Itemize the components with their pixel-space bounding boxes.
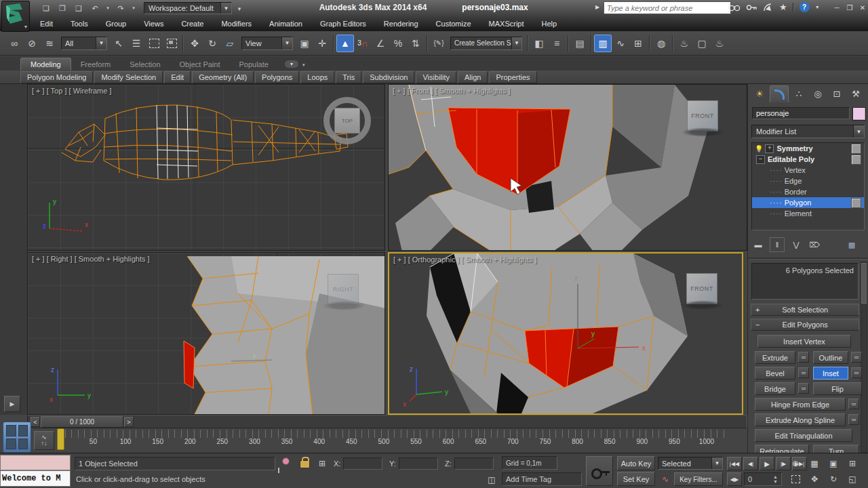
inset-button[interactable]: Inset (813, 367, 848, 380)
key-mode-toggle-button[interactable]: ◀▶ (727, 472, 742, 486)
set-key-button[interactable]: Set Key (617, 472, 655, 486)
window-crossing-icon[interactable] (163, 34, 180, 53)
viewport-layout-tabs-button[interactable] (3, 422, 31, 453)
ribbon-panel-button[interactable]: Properties (489, 71, 536, 83)
expand-panel-button[interactable]: ▶ (4, 396, 20, 412)
viewport-top-label[interactable]: [ + ] [ Top ] [ Wireframe ] (32, 87, 111, 95)
open-file-icon[interactable]: ❐ (56, 1, 69, 15)
viewcube-orthographic[interactable]: FRONT (686, 274, 717, 304)
create-tab[interactable]: ☀ (751, 86, 768, 102)
spinner-snap-icon[interactable]: ⇅ (407, 34, 425, 53)
align-icon[interactable]: ≡ (548, 34, 566, 53)
menu-item[interactable]: MAXScript (480, 16, 533, 31)
pan-hand-icon[interactable]: ✥ (806, 472, 823, 486)
use-pivot-center-icon[interactable]: ▣ (296, 34, 313, 53)
previous-frame-button[interactable]: ◀| (743, 457, 758, 470)
hierarchy-tab[interactable]: ∴ (790, 86, 808, 102)
lightbulb-icon[interactable]: 💡 (755, 145, 763, 152)
restore-button[interactable]: ❐ (844, 3, 855, 12)
auto-key-button[interactable]: Auto Key (617, 456, 655, 470)
curve-editor-icon[interactable]: ∿ (612, 34, 629, 53)
viewport-right[interactable]: y [ + ] [ Right ] [ Smooth + Highlights … (27, 252, 385, 415)
selection-lock-toggle-icon[interactable] (300, 460, 310, 468)
zoom-icon[interactable]: ⊕ (787, 457, 804, 470)
menu-item[interactable]: Group (97, 16, 136, 31)
ribbon-panel-button[interactable]: Subdivision (363, 71, 414, 83)
unlink-selection-icon[interactable]: ⊘ (23, 34, 41, 53)
frame-spinner[interactable]: ▲▼ (773, 474, 778, 484)
zoom-region-icon[interactable] (787, 472, 804, 486)
play-button[interactable]: ▶ (760, 457, 774, 470)
viewcube-right[interactable]: RIGHT (328, 274, 359, 304)
stack-subitem-element[interactable]: ····Element (752, 208, 864, 219)
stack-item-symmetry[interactable]: 💡 + Symmetry (752, 143, 864, 154)
ribbon-panel-button[interactable]: Polygons (255, 71, 299, 83)
motion-tab[interactable]: ◎ (809, 86, 827, 102)
display-tab[interactable]: ⊡ (828, 86, 846, 102)
remove-modifier-icon[interactable]: ⌦ (808, 238, 821, 251)
angle-snap-icon[interactable]: ∠ (372, 34, 389, 53)
show-end-result-icon[interactable]: ‖ (770, 237, 785, 252)
ribbon-panel-button[interactable]: Geometry (All) (192, 71, 254, 83)
bridge-settings-button[interactable]: ▭ (798, 383, 809, 394)
ribbon-panel-button[interactable]: Polygon Modeling (20, 71, 93, 83)
modifier-list-dropdown[interactable]: Modifier List ▼ (751, 125, 865, 138)
x-coord-field[interactable] (343, 458, 382, 470)
macro-recorder-pane[interactable] (0, 455, 71, 470)
outline-button[interactable]: Outline (813, 351, 848, 364)
menu-item[interactable]: Animation (260, 16, 311, 31)
ribbon-tab-freeform[interactable]: Freeform (71, 58, 121, 70)
ribbon-tab-selection[interactable]: Selection (120, 58, 170, 70)
layer-manager-icon[interactable]: ▤ (571, 34, 589, 53)
extrude-along-spline-button[interactable]: Extrude Along Spline (755, 413, 846, 426)
rectangular-selection-region-icon[interactable] (145, 34, 163, 53)
help-icon[interactable]: ? (800, 2, 810, 12)
extrude-button[interactable]: Extrude (755, 351, 795, 364)
select-and-link-icon[interactable]: ∞ (5, 34, 23, 53)
undo-dropdown-icon[interactable]: ▾ (104, 1, 111, 15)
extrude-spline-settings-button[interactable]: ▭ (848, 414, 859, 425)
edit-polygons-rollout[interactable]: −Edit Polygons (751, 319, 859, 331)
select-object-icon[interactable]: ↖ (110, 34, 127, 53)
symmetry-enable-box[interactable] (851, 144, 861, 154)
add-time-tag-field[interactable]: Add Time Tag (502, 472, 582, 486)
menu-item[interactable]: Rendering (375, 16, 427, 31)
communication-center-icon[interactable] (763, 3, 774, 12)
z-coord-field[interactable] (454, 458, 494, 470)
bevel-settings-button[interactable]: ▭ (798, 367, 809, 378)
edit-named-sets-icon[interactable]: {✎} (430, 34, 448, 53)
time-slider-handle[interactable]: 0 / 1000 (41, 416, 123, 428)
ribbon-tab-populate[interactable]: Populate (229, 58, 277, 70)
current-frame-field[interactable]: 0 ▲▼ (744, 472, 782, 486)
menu-item[interactable]: Help (533, 16, 566, 31)
time-slider-track[interactable]: < 0 / 1000 > (27, 415, 747, 428)
minimize-button[interactable]: ─ (831, 3, 842, 12)
mini-listener[interactable]: Welcome to M (0, 470, 71, 487)
set-keys-button[interactable] (586, 456, 613, 486)
workspace-flyout-icon[interactable]: ▼ (235, 2, 244, 16)
modify-tab[interactable] (770, 85, 789, 102)
rendered-frame-window-icon[interactable]: ▢ (693, 34, 711, 53)
mirror-icon[interactable]: ◧ (530, 34, 548, 53)
favorites-star-icon[interactable]: ★ (779, 3, 787, 12)
bridge-button[interactable]: Bridge (755, 382, 795, 395)
soft-selection-rollout[interactable]: +Soft Selection (751, 304, 859, 316)
search-input[interactable] (604, 1, 731, 14)
selection-lock-pin-icon[interactable] (282, 458, 290, 474)
previous-frame-arrow[interactable]: < (31, 417, 40, 427)
viewcube-top[interactable]: TOP (323, 97, 371, 144)
undo-icon[interactable]: ↶ (88, 1, 102, 15)
menu-item[interactable]: Edit (31, 16, 62, 31)
scene-explorer-toggle-icon[interactable]: ▥ (594, 35, 612, 52)
close-button[interactable]: ✕ (857, 3, 868, 12)
select-and-move-icon[interactable]: ✥ (186, 34, 203, 53)
viewport-right-label[interactable]: [ + ] [ Right ] [ Smooth + Highlights ] (32, 255, 150, 263)
workspace-dropdown[interactable]: Workspace: Default ▼ (144, 2, 232, 14)
viewport-top[interactable]: [ + ] [ Top ] [ Wireframe ] (27, 84, 385, 251)
outline-settings-button[interactable]: ▭ (851, 352, 862, 363)
menu-item[interactable]: Modifiers (212, 16, 260, 31)
stack-subitem-border[interactable]: ····Border (752, 186, 864, 197)
y-coord-field[interactable] (399, 458, 438, 470)
render-setup-icon[interactable]: ♨ (675, 34, 693, 53)
ribbon-options-icon[interactable]: ▾ (302, 62, 305, 68)
